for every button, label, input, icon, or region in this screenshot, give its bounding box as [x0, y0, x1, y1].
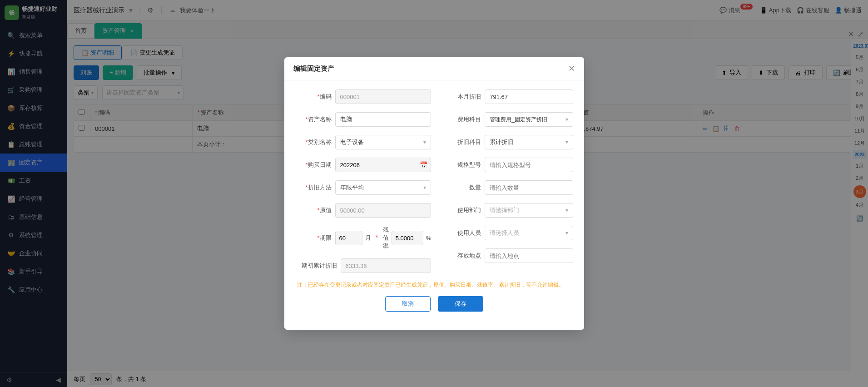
spec-model-input[interactable] — [485, 158, 573, 172]
department-placeholder: 请选择部门 — [490, 206, 565, 214]
field-monthly-depr: 本月折旧 — [445, 89, 573, 104]
period-unit: 月 — [365, 234, 371, 242]
category-select[interactable]: 电子设备 ▾ — [335, 135, 432, 149]
chevron-down-icon: ▾ — [565, 139, 568, 145]
category-label: *类别名称 — [295, 138, 332, 146]
field-name: *资产名称 — [295, 112, 432, 127]
expense-account-text: 管理费用_固定资产折旧 — [490, 116, 565, 124]
field-location: 存放地点 — [445, 248, 573, 263]
spec-model-label: 规格型号 — [445, 161, 481, 169]
field-user: 使用人员 请选择人员 ▾ — [445, 226, 573, 240]
name-input[interactable] — [335, 112, 432, 127]
initial-accumulated-input[interactable] — [341, 258, 432, 273]
calendar-icon[interactable]: 📅 — [420, 161, 427, 169]
period-input[interactable] — [335, 231, 362, 245]
save-button[interactable]: 保存 — [438, 296, 483, 312]
field-original-value: *原值 — [295, 203, 432, 218]
field-department: 使用部门 请选择部门 ▾ — [445, 203, 573, 218]
quantity-label: 数量 — [445, 184, 481, 192]
user-select[interactable]: 请选择人员 ▾ — [485, 226, 573, 240]
field-spec-model: 规格型号 — [445, 158, 573, 172]
residual-rate-input[interactable] — [392, 231, 423, 245]
modal-title: 编辑固定资产 — [293, 64, 334, 73]
user-label: 使用人员 — [445, 229, 481, 237]
edit-asset-modal: 编辑固定资产 ✕ *编码 *资产 — [284, 57, 584, 330]
expense-account-label: 费用科目 — [445, 115, 481, 124]
field-quantity: 数量 — [445, 180, 573, 195]
chevron-down-icon: ▾ — [565, 116, 568, 123]
monthly-depr-label: 本月折旧 — [445, 93, 481, 101]
depreciation-method-text: 年限平均 — [340, 184, 424, 192]
field-period-residual: *期限 月 * 残值率 % — [295, 226, 432, 250]
original-value-input[interactable] — [335, 203, 432, 218]
modal-close-btn[interactable]: ✕ — [568, 64, 575, 74]
chevron-down-icon: ▾ — [565, 207, 568, 213]
quantity-input[interactable] — [485, 180, 573, 195]
field-expense-account: 费用科目 管理费用_固定资产折旧 ▾ — [445, 112, 573, 127]
location-input[interactable] — [485, 248, 573, 263]
field-depreciation-method: *折旧方法 年限平均 ▾ — [295, 180, 432, 195]
form-col-left: *编码 *资产名称 *类别名称 — [295, 89, 432, 281]
chevron-down-icon: ▾ — [423, 139, 426, 145]
modal-body: *编码 *资产名称 *类别名称 — [284, 80, 584, 330]
purchase-date-wrap: 📅 — [335, 158, 432, 172]
field-category: *类别名称 电子设备 ▾ — [295, 135, 432, 149]
modal-footer: 取消 保存 — [295, 296, 573, 321]
modal-header: 编辑固定资产 ✕ — [284, 57, 584, 80]
code-label: *编码 — [295, 93, 332, 101]
purchase-date-label: *购买日期 — [295, 161, 332, 169]
code-input[interactable] — [335, 89, 432, 104]
period-label: *期限 — [295, 234, 332, 242]
monthly-depr-input[interactable] — [485, 89, 573, 104]
depreciation-account-text: 累计折旧 — [490, 138, 565, 146]
depreciation-account-select[interactable]: 累计折旧 ▾ — [485, 135, 573, 149]
depreciation-account-label: 折旧科目 — [445, 138, 481, 146]
initial-accumulated-label: 期初累计折旧 — [295, 262, 337, 270]
modal-note: 注：已经存在变更记录或者对应固定资产已经生成凭证，原值、购买日期、残值率、累计折… — [295, 281, 573, 289]
name-label: *资产名称 — [295, 115, 332, 124]
department-select[interactable]: 请选择部门 ▾ — [485, 203, 573, 218]
purchase-date-input[interactable] — [335, 158, 432, 172]
original-value-label: *原值 — [295, 206, 332, 214]
field-depreciation-account: 折旧科目 累计折旧 ▾ — [445, 135, 573, 149]
chevron-down-icon: ▾ — [565, 230, 568, 236]
field-code: *编码 — [295, 89, 432, 104]
depreciation-method-label: *折旧方法 — [295, 184, 332, 192]
residual-rate-label: 残值率 — [383, 226, 389, 250]
residual-rate-unit: % — [426, 235, 432, 242]
form-col-right: 本月折旧 费用科目 管理费用_固定资产折旧 ▾ 折旧科目 — [445, 89, 573, 281]
modal-form: *编码 *资产名称 *类别名称 — [295, 89, 573, 281]
location-label: 存放地点 — [445, 252, 481, 260]
chevron-down-icon: ▾ — [423, 184, 426, 191]
field-purchase-date: *购买日期 📅 — [295, 158, 432, 172]
category-select-text: 电子设备 — [340, 138, 424, 146]
user-placeholder: 请选择人员 — [490, 229, 565, 237]
expense-account-select[interactable]: 管理费用_固定资产折旧 ▾ — [485, 112, 573, 127]
modal-overlay: 编辑固定资产 ✕ *编码 *资产 — [0, 0, 868, 387]
cancel-button[interactable]: 取消 — [385, 296, 431, 312]
department-label: 使用部门 — [445, 206, 481, 214]
depreciation-method-select[interactable]: 年限平均 ▾ — [335, 180, 432, 195]
field-initial-accumulated: 期初累计折旧 — [295, 258, 432, 273]
period-residual-row: 月 * 残值率 % — [335, 226, 432, 250]
